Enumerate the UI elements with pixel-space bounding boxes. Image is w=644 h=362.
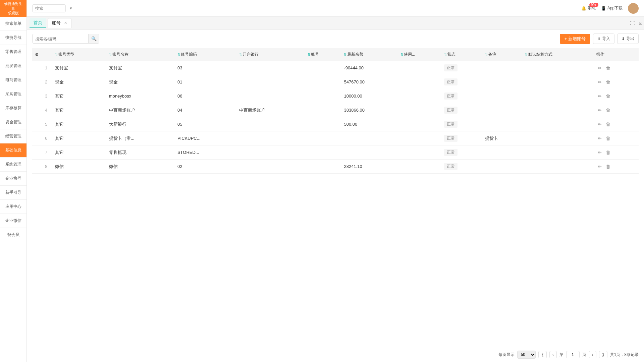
home-tab-label: 首页 xyxy=(34,20,42,26)
export-button[interactable]: ⬇ 导出 xyxy=(617,34,639,44)
delete-button[interactable]: 🗑 xyxy=(604,149,612,156)
sidebar-item-retail[interactable]: 零售管理 xyxy=(0,45,26,59)
delete-button[interactable]: 🗑 xyxy=(604,93,612,100)
edit-button[interactable]: ✏ xyxy=(596,107,603,114)
col-header-account[interactable]: ⇅账号 xyxy=(305,48,341,61)
row-remark xyxy=(482,145,522,160)
row-default-payment xyxy=(522,61,594,75)
row-code: 01 xyxy=(175,75,236,89)
tab-fullscreen-icon[interactable]: ⊡ xyxy=(639,20,643,26)
notification-button[interactable]: 🔔 消息 99+ xyxy=(581,5,596,11)
total-label: 共1页，8条记录 xyxy=(610,352,639,358)
edit-button[interactable]: ✏ xyxy=(596,163,603,170)
table-row: 2 现金 现金 01 547670.00 正常 ✏ 🗑 xyxy=(32,75,639,89)
delete-button[interactable]: 🗑 xyxy=(604,163,612,170)
row-default-payment xyxy=(522,145,594,160)
col-header-remark[interactable]: ⇅备注 xyxy=(482,48,522,61)
sidebar-item-enterprise-wechat[interactable]: 企业微信 xyxy=(0,214,26,228)
page-input[interactable] xyxy=(566,351,580,358)
row-usage xyxy=(398,89,441,103)
sidebar-item-operation[interactable]: 经营管理 xyxy=(0,129,26,143)
import-button[interactable]: ⬆ 导入 xyxy=(593,34,614,44)
row-code: 03 xyxy=(175,61,236,75)
row-usage xyxy=(398,103,441,117)
row-status: 正常 xyxy=(441,103,482,117)
row-remark xyxy=(482,75,522,89)
prev-page-button[interactable]: ‹ xyxy=(549,351,557,358)
last-page-button[interactable]: ⟫ xyxy=(599,351,607,358)
col-header-bank[interactable]: ⇅开户银行 xyxy=(236,48,305,61)
col-header-settings[interactable]: ⚙ xyxy=(32,48,42,61)
row-bank xyxy=(236,145,305,160)
dropdown-arrow-icon[interactable]: ▾ xyxy=(70,6,72,11)
delete-button[interactable]: 🗑 xyxy=(604,107,612,114)
delete-button[interactable]: 🗑 xyxy=(604,135,612,142)
sidebar-item-shortcut[interactable]: 快捷导航 xyxy=(0,31,26,45)
row-code: 05 xyxy=(175,117,236,131)
table-row: 4 其它 中百商场账户 04 中百商场账户 383866.00 正常 ✏ 🗑 xyxy=(32,103,639,117)
sidebar-item-system[interactable]: 系统管理 xyxy=(0,158,26,172)
col-header-type[interactable]: ⇅账号类型 xyxy=(52,48,106,61)
search-icon[interactable]: 🔍 xyxy=(88,34,99,43)
row-type: 现金 xyxy=(52,75,106,89)
sidebar-item-member[interactable]: 畅会员 xyxy=(0,228,26,242)
sidebar-item-ecommerce[interactable]: 电商管理 xyxy=(0,73,26,87)
col-header-name[interactable]: ⇅账号名称 xyxy=(106,48,175,61)
edit-button[interactable]: ✏ xyxy=(596,79,603,85)
sidebar-item-app-center[interactable]: 应用中心 xyxy=(0,200,26,214)
row-balance xyxy=(341,145,397,160)
edit-button[interactable]: ✏ xyxy=(596,149,603,156)
row-balance: 383866.00 xyxy=(341,103,397,117)
sidebar-item-search[interactable]: 搜索菜单 xyxy=(0,17,26,31)
tab-expand-icon[interactable]: ⛶ xyxy=(630,20,635,26)
row-remark xyxy=(482,103,522,117)
row-code: STORED... xyxy=(175,145,236,160)
search-input[interactable] xyxy=(33,35,88,43)
delete-button[interactable]: 🗑 xyxy=(604,65,612,71)
app-download-button[interactable]: 📱 App下载 xyxy=(601,5,623,11)
delete-button[interactable]: 🗑 xyxy=(604,121,612,128)
row-name: 中百商场账户 xyxy=(106,103,175,117)
edit-button[interactable]: ✏ xyxy=(596,121,603,128)
delete-button[interactable]: 🗑 xyxy=(604,79,612,85)
tab-account[interactable]: 账号 ✕ xyxy=(48,18,71,28)
first-page-button[interactable]: ⟪ xyxy=(538,351,547,358)
tab-home[interactable]: 首页 xyxy=(30,18,46,28)
next-page-button[interactable]: › xyxy=(589,351,596,358)
mobile-icon: 📱 xyxy=(601,6,606,11)
table-row: 7 其它 零售抵现 STORED... 正常 ✏ 🗑 xyxy=(32,145,639,160)
row-code: 06 xyxy=(175,89,236,103)
col-header-code[interactable]: ⇅账号编码 xyxy=(175,48,236,61)
sidebar-item-purchase[interactable]: 采购管理 xyxy=(0,87,26,101)
row-bank xyxy=(236,75,305,89)
edit-button[interactable]: ✏ xyxy=(596,135,603,142)
tab-close-icon[interactable]: ✕ xyxy=(64,21,67,25)
sidebar-item-basic[interactable]: 基础信息 xyxy=(0,143,26,158)
sidebar: 畅捷通财生意 乐观版 搜索菜单 快捷导航 零售管理 批发管理 电商管理 采购管理… xyxy=(0,0,27,362)
row-code: PICKUPC... xyxy=(175,131,236,145)
sidebar-item-agreement[interactable]: 企业协同 xyxy=(0,172,26,186)
bell-icon: 🔔 xyxy=(581,6,586,11)
table-row: 1 支付宝 支付宝 03 -90444.00 正常 ✏ 🗑 xyxy=(32,61,639,75)
row-action: ✏ 🗑 xyxy=(594,103,639,117)
row-balance: 28241.10 xyxy=(341,160,397,174)
col-header-balance[interactable]: ⇅最新余额 xyxy=(341,48,397,61)
sidebar-item-wholesale[interactable]: 批发管理 xyxy=(0,59,26,73)
col-header-usage[interactable]: ⇅使用... xyxy=(398,48,441,61)
row-balance: -90444.00 xyxy=(341,61,397,75)
topbar-search-input[interactable] xyxy=(32,4,66,12)
sidebar-item-finance[interactable]: 资金管理 xyxy=(0,115,26,129)
avatar[interactable] xyxy=(628,3,639,14)
row-usage xyxy=(398,160,441,174)
col-header-status[interactable]: ⇅状态 xyxy=(441,48,482,61)
edit-button[interactable]: ✏ xyxy=(596,65,603,71)
col-header-default-payment[interactable]: ⇅默认结算方式 xyxy=(522,48,594,61)
row-code: 02 xyxy=(175,160,236,174)
sidebar-item-guide[interactable]: 新手引导 xyxy=(0,186,26,200)
row-num: 7 xyxy=(42,145,52,160)
sidebar-item-inventory[interactable]: 库存核算 xyxy=(0,101,26,115)
add-account-button[interactable]: + 新增账号 xyxy=(560,34,590,44)
edit-button[interactable]: ✏ xyxy=(596,93,603,100)
row-account xyxy=(305,75,341,89)
page-size-select[interactable]: 50 20 100 xyxy=(517,351,536,359)
